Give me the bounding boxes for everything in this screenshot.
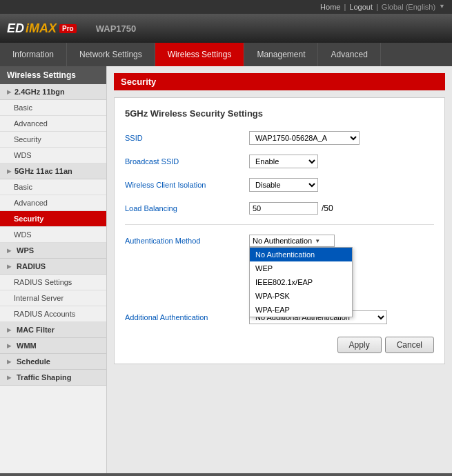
button-row: Apply Cancel bbox=[125, 337, 434, 353]
sidebar-item-advanced-5g[interactable]: Advanced bbox=[0, 195, 106, 211]
logo-pro-badge: Pro bbox=[59, 24, 77, 33]
footer: Copyright 2014 © EDIMAX Technology Co., … bbox=[0, 473, 452, 476]
auth-method-selected: No Authentication bbox=[253, 237, 312, 245]
nav-network-settings[interactable]: Network Settings bbox=[67, 43, 155, 66]
sep1: | bbox=[344, 3, 346, 11]
sidebar-radius-header[interactable]: ▶ RADIUS bbox=[0, 259, 106, 275]
sidebar-wps-header[interactable]: ▶ WPS bbox=[0, 243, 106, 259]
sidebar-item-wds-2g[interactable]: WDS bbox=[0, 148, 106, 163]
client-isolation-control: Disable Enable bbox=[249, 178, 318, 192]
sidebar-schedule-header[interactable]: ▶ Schedule bbox=[0, 354, 106, 370]
sidebar-group-5ghz-header[interactable]: 5GHz 11ac 11an bbox=[0, 163, 106, 179]
sidebar-item-security-2g[interactable]: Security bbox=[0, 132, 106, 148]
nav-information[interactable]: Information bbox=[0, 43, 67, 66]
ssid-select[interactable]: WAP1750-05628A_A bbox=[249, 131, 360, 145]
divider bbox=[125, 224, 434, 225]
sidebar: Wireless Settings 2.4GHz 11bgn Basic Adv… bbox=[0, 66, 107, 473]
sidebar-traffic-shaping-label: Traffic Shaping bbox=[17, 373, 71, 381]
load-balancing-input[interactable] bbox=[249, 202, 318, 215]
main-content: Security 5GHz Wireless Security Settings… bbox=[107, 66, 452, 473]
sidebar-mac-filter-header[interactable]: ▶ MAC Filter bbox=[0, 322, 106, 338]
home-link[interactable]: Home bbox=[320, 3, 340, 11]
cancel-button[interactable]: Cancel bbox=[385, 337, 434, 353]
sidebar-wmm-header[interactable]: ▶ WMM bbox=[0, 338, 106, 354]
sidebar-mac-filter-label: MAC Filter bbox=[17, 326, 55, 334]
radius-arrow: ▶ bbox=[7, 264, 11, 270]
content-box-title: 5GHz Wireless Security Settings bbox=[125, 108, 434, 119]
sidebar-group-5ghz: 5GHz 11ac 11an Basic Advanced Security W… bbox=[0, 163, 106, 243]
sidebar-wmm-label: WMM bbox=[17, 341, 37, 350]
dropdown-option-wpa-eap[interactable]: WPA-EAP bbox=[250, 303, 352, 317]
auth-method-dropdown[interactable]: No Authentication No Authentication WEP … bbox=[249, 235, 335, 247]
client-isolation-select[interactable]: Disable Enable bbox=[249, 178, 318, 192]
auth-method-dropdown-list: No Authentication WEP IEEE802.1x/EAP WPA… bbox=[249, 247, 353, 317]
sidebar-item-internal-server[interactable]: Internal Server bbox=[0, 290, 106, 306]
auth-method-row: Authentication Method No Authentication … bbox=[125, 232, 434, 250]
load-balancing-max: /50 bbox=[322, 204, 333, 213]
dropdown-option-wpa-psk[interactable]: WPA-PSK bbox=[250, 289, 352, 303]
dropdown-option-no-auth[interactable]: No Authentication bbox=[250, 248, 352, 261]
top-bar: Home | Logout | Global (English) ▼ bbox=[0, 0, 452, 14]
dropdown-option-ieee802[interactable]: IEEE802.1x/EAP bbox=[250, 275, 352, 289]
sidebar-group-2ghz-label: 2.4GHz 11bgn bbox=[14, 88, 65, 96]
logo: EDiMAX Pro bbox=[7, 21, 77, 36]
sidebar-item-wds-5g[interactable]: WDS bbox=[0, 227, 106, 243]
sidebar-group-5ghz-label: 5GHz 11ac 11an bbox=[14, 167, 72, 175]
main-nav: Information Network Settings Wireless Se… bbox=[0, 43, 452, 66]
sidebar-item-radius-settings[interactable]: RADIUS Settings bbox=[0, 275, 106, 290]
broadcast-ssid-select[interactable]: Enable Disable bbox=[249, 155, 318, 168]
language-arrow: ▼ bbox=[439, 3, 445, 11]
sidebar-traffic-shaping-header[interactable]: ▶ Traffic Shaping bbox=[0, 370, 106, 386]
ssid-row: SSID WAP1750-05628A_A bbox=[125, 129, 434, 147]
sidebar-radius-label: RADIUS bbox=[17, 262, 46, 270]
broadcast-ssid-control: Enable Disable bbox=[249, 155, 318, 168]
ssid-label: SSID bbox=[125, 134, 249, 142]
sidebar-group-2ghz: 2.4GHz 11bgn Basic Advanced Security WDS bbox=[0, 84, 106, 163]
traffic-shaping-arrow: ▶ bbox=[7, 375, 11, 381]
nav-management[interactable]: Management bbox=[244, 43, 318, 66]
sidebar-item-radius-accounts[interactable]: RADIUS Accounts bbox=[0, 306, 106, 322]
auth-method-label: Authentication Method bbox=[125, 237, 249, 245]
sidebar-item-basic-5g[interactable]: Basic bbox=[0, 179, 106, 195]
apply-button[interactable]: Apply bbox=[337, 337, 382, 353]
client-isolation-label: Wireless Client Isolation bbox=[125, 181, 249, 189]
layout: Wireless Settings 2.4GHz 11bgn Basic Adv… bbox=[0, 66, 452, 473]
wmm-arrow: ▶ bbox=[7, 343, 11, 349]
additional-auth-label: Additional Authentication bbox=[125, 313, 249, 321]
load-balancing-label: Load Balancing bbox=[125, 204, 249, 212]
broadcast-ssid-row: Broadcast SSID Enable Disable bbox=[125, 152, 434, 170]
dropdown-option-wep[interactable]: WEP bbox=[250, 261, 352, 275]
language-selector[interactable]: Global (English) bbox=[382, 3, 435, 11]
ssid-control: WAP1750-05628A_A bbox=[249, 131, 360, 145]
nav-advanced[interactable]: Advanced bbox=[318, 43, 380, 66]
sidebar-item-security-5g[interactable]: Security bbox=[0, 211, 106, 227]
client-isolation-row: Wireless Client Isolation Disable Enable bbox=[125, 176, 434, 194]
logout-link[interactable]: Logout bbox=[349, 3, 373, 11]
auth-method-control: No Authentication No Authentication WEP … bbox=[249, 235, 335, 247]
nav-wireless-settings[interactable]: Wireless Settings bbox=[155, 43, 245, 66]
header: EDiMAX Pro WAP1750 bbox=[0, 14, 452, 43]
auth-method-dropdown-btn[interactable]: No Authentication bbox=[249, 235, 335, 247]
section-title: Security bbox=[114, 73, 445, 90]
sidebar-group-2ghz-header[interactable]: 2.4GHz 11bgn bbox=[0, 84, 106, 100]
sidebar-schedule-label: Schedule bbox=[17, 357, 50, 366]
schedule-arrow: ▶ bbox=[7, 359, 11, 365]
sidebar-title: Wireless Settings bbox=[0, 66, 106, 84]
sidebar-item-basic-2g[interactable]: Basic bbox=[0, 100, 106, 116]
sidebar-wps-label: WPS bbox=[17, 246, 34, 255]
load-balancing-control: /50 bbox=[249, 202, 333, 215]
sidebar-item-advanced-2g[interactable]: Advanced bbox=[0, 116, 106, 132]
mac-filter-arrow: ▶ bbox=[7, 327, 11, 333]
sep2: | bbox=[376, 3, 378, 11]
logo-area: EDiMAX Pro WAP1750 bbox=[7, 21, 136, 36]
content-box: 5GHz Wireless Security Settings SSID WAP… bbox=[114, 97, 445, 364]
load-balancing-row: Load Balancing /50 bbox=[125, 199, 434, 217]
wps-arrow: ▶ bbox=[7, 248, 11, 254]
broadcast-ssid-label: Broadcast SSID bbox=[125, 157, 249, 166]
model-label: WAP1750 bbox=[96, 23, 137, 34]
